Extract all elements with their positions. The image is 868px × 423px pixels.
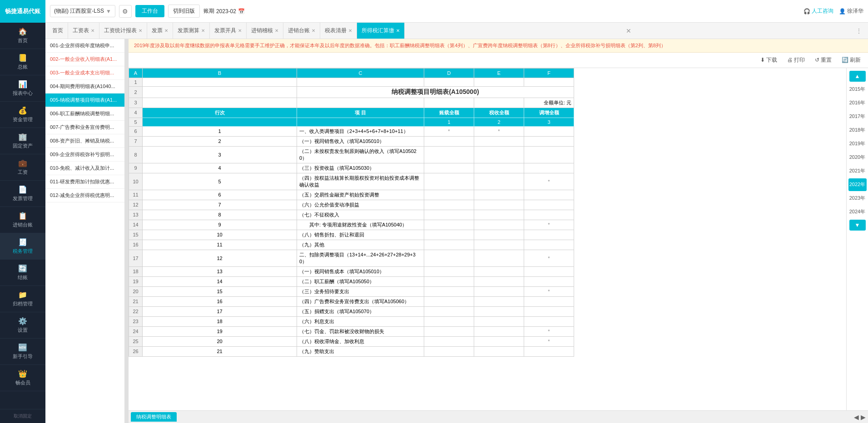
- sheet-main[interactable]: A B C D E F 1: [129, 68, 846, 411]
- tab-tax-register[interactable]: 税表清册 ✕: [320, 23, 357, 39]
- calendar-icon[interactable]: 📅: [238, 8, 245, 15]
- cell-c23[interactable]: [424, 316, 474, 326]
- cell-c17[interactable]: [424, 250, 474, 266]
- cell-d13[interactable]: [474, 210, 524, 220]
- cell-d18[interactable]: [474, 266, 524, 276]
- user-profile-button[interactable]: 👤 徐泽华: [839, 7, 863, 15]
- sidebar-item-reports[interactable]: 📊 报表中心: [0, 75, 45, 102]
- cell-c15[interactable]: [424, 230, 474, 240]
- sidebar-item-payroll[interactable]: 💼 工资: [0, 154, 45, 181]
- cell-d23[interactable]: [474, 316, 524, 326]
- bottom-scroll-right-icon[interactable]: ▶: [861, 413, 866, 421]
- left-panel-item-012[interactable]: 012-减免企业所得税优惠明...: [45, 189, 124, 202]
- sidebar-item-settings[interactable]: ⚙️ 设置: [0, 312, 45, 339]
- cell-e19[interactable]: [524, 276, 574, 286]
- cell-d12[interactable]: [474, 200, 524, 210]
- cell-e7[interactable]: [524, 136, 574, 146]
- year-2022[interactable]: 2022年: [848, 178, 867, 191]
- sidebar-item-closing[interactable]: 🔄 结账: [0, 260, 45, 286]
- cell-c26[interactable]: [424, 346, 474, 356]
- cell-e20[interactable]: *: [524, 286, 574, 296]
- sidebar-item-invoice-mgmt[interactable]: 📄 发票管理: [0, 181, 45, 207]
- year-2020[interactable]: 2020年: [848, 151, 867, 164]
- year-2017[interactable]: 2017年: [848, 110, 867, 123]
- left-panel-item-011[interactable]: 011-研发费用加计扣除优惠...: [45, 175, 124, 189]
- cell-c13[interactable]: [424, 210, 474, 220]
- cell-c25[interactable]: [424, 336, 474, 346]
- company-settings-icon-btn[interactable]: ⚙: [119, 5, 132, 18]
- cell-e21[interactable]: [524, 296, 574, 306]
- cell-e9[interactable]: [524, 163, 574, 173]
- cell-d11[interactable]: [474, 190, 524, 200]
- year-2018[interactable]: 2018年: [848, 124, 867, 137]
- customer-service-button[interactable]: 🎧 人工咨询: [804, 7, 833, 15]
- tab-tax-register-close[interactable]: ✕: [348, 28, 352, 33]
- year-2024[interactable]: 2024年: [848, 206, 867, 218]
- tab-purchase-check[interactable]: 进销稽核 ✕: [247, 23, 283, 39]
- cell-e25[interactable]: *: [524, 336, 574, 346]
- cell-d20[interactable]: [474, 286, 524, 296]
- sidebar-item-assets-mgmt[interactable]: 💰 资金管理: [0, 102, 45, 128]
- cell-d24[interactable]: [474, 326, 524, 336]
- sidebar-item-home[interactable]: 🏠 首页: [0, 23, 45, 49]
- cell-c8[interactable]: [424, 146, 474, 163]
- cell-c14[interactable]: [424, 220, 474, 230]
- year-2023[interactable]: 2023年: [848, 192, 867, 205]
- download-button[interactable]: ⬇ 下载: [758, 55, 780, 65]
- cell-d8[interactable]: [474, 146, 524, 163]
- bottom-tab-item[interactable]: 纳税调整明细表: [131, 412, 177, 422]
- tab-income-tax-close[interactable]: ✕: [396, 28, 400, 33]
- cell-e14[interactable]: *: [524, 220, 574, 230]
- cell-e15[interactable]: [524, 230, 574, 240]
- cell-e6[interactable]: [524, 126, 574, 136]
- cell-d21[interactable]: [474, 296, 524, 306]
- year-nav-up-btn[interactable]: ▲: [849, 71, 866, 82]
- cell-e10[interactable]: *: [524, 173, 574, 190]
- sidebar-item-ledger[interactable]: 📒 总账: [0, 49, 45, 75]
- company-selector[interactable]: (物副) 江西股室-LSS ▼: [50, 5, 115, 17]
- old-version-button[interactable]: 切到旧版: [168, 5, 200, 18]
- cell-e22[interactable]: [524, 306, 574, 316]
- bottom-scroll-left-icon[interactable]: ◀: [854, 413, 859, 421]
- left-panel-item-002[interactable]: 002-一般企业收入明细表(A1...: [45, 53, 124, 66]
- tab-income-tax[interactable]: 所得税汇算缴 ✕: [357, 23, 405, 39]
- cell-d25[interactable]: [474, 336, 524, 346]
- cell-c19[interactable]: [424, 276, 474, 286]
- cell-e17[interactable]: *: [524, 250, 574, 266]
- year-2016[interactable]: 2016年: [848, 97, 867, 109]
- tabbar-close-all-btn[interactable]: ✕: [622, 27, 635, 34]
- cell-e8[interactable]: [524, 146, 574, 163]
- cell-d16[interactable]: [474, 240, 524, 250]
- cell-c22[interactable]: [424, 306, 474, 316]
- cell-d6[interactable]: *: [474, 126, 524, 136]
- cell-c11[interactable]: [424, 190, 474, 200]
- sidebar-item-guide[interactable]: 🆕 新手引导: [0, 339, 45, 365]
- tab-invoice-close[interactable]: ✕: [164, 28, 168, 33]
- cell-c21[interactable]: [424, 296, 474, 306]
- workbench-button[interactable]: 工作台: [135, 5, 164, 17]
- cell-c10[interactable]: [424, 173, 474, 190]
- left-panel-item-006[interactable]: 006-职工薪酬纳税调整明细...: [45, 107, 124, 121]
- tab-payroll-close[interactable]: ✕: [91, 28, 94, 33]
- tab-home[interactable]: 首页: [48, 23, 68, 39]
- cell-d26[interactable]: [474, 346, 524, 356]
- cell-e26[interactable]: [524, 346, 574, 356]
- year-2015[interactable]: 2015年: [848, 83, 867, 96]
- cell-e12[interactable]: [524, 200, 574, 210]
- cell-d22[interactable]: [474, 306, 524, 316]
- cell-d19[interactable]: [474, 276, 524, 286]
- sidebar-item-tax-mgmt[interactable]: 🧾 税务管理: [0, 233, 45, 260]
- cell-e16[interactable]: [524, 240, 574, 250]
- year-2019[interactable]: 2019年: [848, 138, 867, 150]
- cell-c7[interactable]: [424, 136, 474, 146]
- cell-d14[interactable]: [474, 220, 524, 230]
- tab-invoice-calc[interactable]: 发票测算 ✕: [173, 23, 210, 39]
- left-panel-item-007[interactable]: 007-广告费和业务宣传费明...: [45, 121, 124, 134]
- cell-d15[interactable]: [474, 230, 524, 240]
- cell-d9[interactable]: [474, 163, 524, 173]
- sidebar-item-vip[interactable]: 👑 畅会员: [0, 365, 45, 391]
- refresh-button[interactable]: 🔄 刷新: [839, 55, 863, 65]
- cell-d7[interactable]: [474, 136, 524, 146]
- year-nav-down-btn[interactable]: ▼: [849, 220, 866, 231]
- left-panel-item-008[interactable]: 008-资产折旧、摊销及纳税...: [45, 134, 124, 148]
